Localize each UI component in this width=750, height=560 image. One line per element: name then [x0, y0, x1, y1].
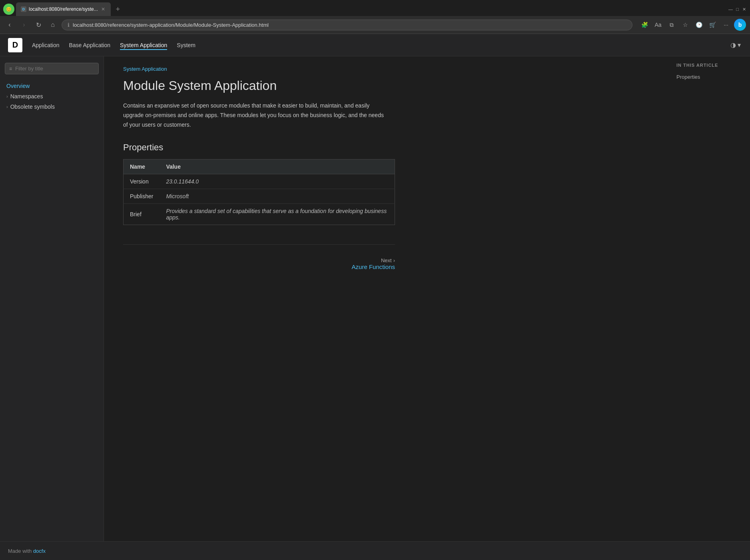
table-cell-brief-name: Brief — [124, 204, 160, 225]
profile-icon: 😊 — [6, 7, 12, 12]
docs-footer: Made with docfx — [0, 541, 750, 560]
docs-body: ≡ Overview › Namespaces › Obsolete symbo… — [0, 56, 750, 541]
chevron-right-icon: › — [6, 94, 8, 99]
page-title: Module System Application — [123, 78, 651, 93]
next-navigation: Next › Azure Functions — [123, 257, 395, 270]
back-button[interactable]: ‹ — [4, 19, 15, 30]
sidebar-namespaces-label: Namespaces — [10, 93, 43, 100]
sidebar-filter[interactable]: ≡ — [5, 63, 99, 74]
toc-title: IN THIS ARTICLE — [676, 63, 744, 68]
filter-input[interactable] — [15, 66, 94, 72]
breadcrumb[interactable]: System Application — [123, 66, 651, 72]
properties-section-title: Properties — [123, 142, 651, 153]
next-label: Next › — [381, 257, 395, 263]
copilot-history-button[interactable]: 🕑 — [693, 19, 704, 30]
shopping-button[interactable]: 🛒 — [707, 19, 718, 30]
footer-text: Made with — [8, 548, 33, 554]
sidebar-item-obsolete[interactable]: › Obsolete symbols — [0, 102, 104, 112]
docs-nav: D Application Base Application System Ap… — [0, 34, 750, 56]
theme-toggle-button[interactable]: ◑ ▾ — [729, 39, 742, 52]
next-chevron-icon: › — [393, 257, 395, 263]
browser-chrome: 😊 D localhost:8080/reference/syste... ✕ … — [0, 0, 750, 34]
table-cell-version-value: 23.0.11644.0 — [160, 174, 395, 189]
nav-link-base-application[interactable]: Base Application — [69, 40, 111, 50]
table-row: Version 23.0.11644.0 — [124, 174, 395, 189]
toc-item-properties[interactable]: Properties — [676, 72, 744, 82]
toc-panel: IN THIS ARTICLE Properties — [670, 56, 750, 541]
toolbar-icons: 🧩 Aa ⧉ ☆ 🕑 🛒 ··· b — [639, 19, 746, 31]
split-screen-button[interactable]: ⧉ — [666, 19, 677, 30]
window-controls: — □ ✕ — [728, 7, 747, 12]
next-link[interactable]: Azure Functions — [352, 263, 395, 270]
tab-bar-left: 😊 D localhost:8080/reference/syste... ✕ … — [3, 2, 124, 16]
main-content: System Application Module System Applica… — [104, 56, 670, 541]
forward-button[interactable]: › — [18, 19, 30, 30]
sidebar-obsolete-label: Obsolete symbols — [10, 104, 55, 110]
table-cell-brief-value: Provides a standard set of capabilities … — [160, 204, 395, 225]
docfx-link[interactable]: docfx — [33, 548, 46, 554]
page-divider — [123, 244, 395, 245]
reading-view-button[interactable]: Aa — [652, 19, 664, 30]
profile-button[interactable]: 😊 — [3, 4, 14, 15]
sidebar: ≡ Overview › Namespaces › Obsolete symbo… — [0, 56, 104, 541]
sidebar-item-namespaces[interactable]: › Namespaces — [0, 91, 104, 102]
active-tab[interactable]: D localhost:8080/reference/syste... ✕ — [16, 2, 111, 16]
table-row: Brief Provides a standard set of capabil… — [124, 204, 395, 225]
docs-logo: D — [8, 38, 22, 52]
minimize-button[interactable]: — — [728, 7, 733, 12]
reload-button[interactable]: ↻ — [33, 19, 44, 30]
properties-table: Name Value Version 23.0.11644.0 Publishe… — [123, 159, 395, 225]
maximize-button[interactable]: □ — [735, 7, 740, 12]
table-cell-version-name: Version — [124, 174, 160, 189]
home-button[interactable]: ⌂ — [47, 19, 58, 30]
tab-bar: 😊 D localhost:8080/reference/syste... ✕ … — [0, 0, 750, 16]
address-bar[interactable]: ℹ localhost:8080/reference/system-applic… — [62, 20, 632, 30]
page-description: Contains an expansive set of open source… — [123, 101, 387, 130]
tab-favicon: D — [21, 6, 26, 12]
nav-link-system[interactable]: System — [177, 40, 195, 50]
chevron-right-icon-2: › — [6, 104, 8, 109]
nav-link-system-application[interactable]: System Application — [120, 40, 167, 50]
url-text: localhost:8080/reference/system-applicat… — [73, 22, 626, 28]
address-bar-row: ‹ › ↻ ⌂ ℹ localhost:8080/reference/syste… — [0, 16, 750, 34]
table-header-value: Value — [160, 159, 395, 174]
filter-icon: ≡ — [9, 66, 12, 72]
tab-title: localhost:8080/reference/syste... — [29, 6, 98, 12]
nav-link-application[interactable]: Application — [32, 40, 60, 50]
copilot-button[interactable]: b — [734, 19, 746, 31]
extensions-button[interactable]: 🧩 — [639, 19, 650, 30]
tab-close-button[interactable]: ✕ — [100, 6, 106, 13]
table-header-name: Name — [124, 159, 160, 174]
security-icon: ℹ — [68, 22, 70, 28]
table-row: Publisher Microsoft — [124, 189, 395, 204]
favorites-button[interactable]: ☆ — [680, 19, 691, 30]
more-button[interactable]: ··· — [720, 19, 732, 30]
nav-right: ◑ ▾ — [729, 39, 742, 52]
table-cell-publisher-value: Microsoft — [160, 189, 395, 204]
sidebar-item-overview[interactable]: Overview — [0, 81, 104, 91]
table-cell-publisher-name: Publisher — [124, 189, 160, 204]
docs-app: D Application Base Application System Ap… — [0, 34, 750, 560]
new-tab-button[interactable]: + — [112, 4, 124, 15]
sidebar-overview-label: Overview — [6, 83, 30, 89]
close-window-button[interactable]: ✕ — [742, 7, 747, 12]
